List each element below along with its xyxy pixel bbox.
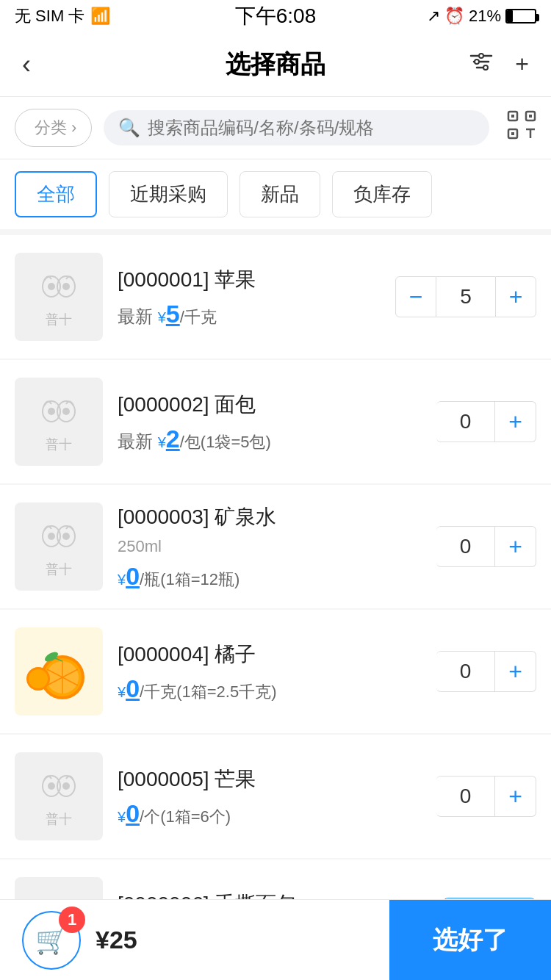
list-item: [0000004] 橘子 ¥0/千克(1箱=2.5千克) +	[0, 610, 551, 733]
product-name: [0000003] 矿泉水	[118, 503, 422, 531]
list-item: 普十 [0000001] 苹果 最新 ¥5/千克 − +	[0, 235, 551, 359]
svg-point-24	[48, 533, 55, 540]
tab-all[interactable]: 全部	[15, 171, 97, 217]
confirm-button[interactable]: 选好了	[389, 900, 551, 981]
quantity-input[interactable]	[436, 276, 495, 317]
price-label: 最新	[118, 431, 153, 451]
back-button[interactable]: ‹	[22, 49, 54, 80]
svg-point-3	[479, 54, 483, 58]
wifi-icon: 📶	[90, 7, 110, 26]
svg-point-21	[62, 408, 70, 415]
list-item: 普十 [0000003] 矿泉水 250ml ¥0/瓶(1箱=12瓶) +	[0, 485, 551, 608]
carrier-text: 无 SIM 卡	[15, 5, 84, 27]
quantity-input[interactable]	[436, 401, 495, 442]
product-name: [0000004] 橘子	[118, 641, 422, 669]
product-name: [0000002] 面包	[118, 391, 422, 419]
quantity-input[interactable]	[436, 526, 495, 567]
svg-rect-9	[511, 115, 514, 118]
status-right: ↗ ⏰ 21%	[427, 7, 536, 26]
list-item: 普十 [0000002] 面包 最新 ¥2/包(1袋=5包) +	[0, 360, 551, 483]
brand-label: 普十	[46, 810, 72, 828]
cart-badge: 1	[59, 907, 85, 933]
currency-symbol: ¥	[118, 809, 126, 825]
tab-negative[interactable]: 负库存	[332, 171, 432, 217]
bottom-bar: 🛒 1 ¥25 选好了	[0, 899, 551, 980]
owl-placeholder: 普十	[37, 391, 81, 453]
price-value: 0	[126, 799, 140, 827]
decrease-button[interactable]: −	[395, 276, 436, 317]
filter-bar: 分类 › 🔍	[0, 97, 551, 159]
svg-point-39	[62, 782, 70, 790]
svg-point-17	[62, 283, 70, 290]
orange-image	[22, 635, 96, 708]
quantity-control: +	[436, 526, 536, 567]
product-info: [0000004] 橘子 ¥0/千克(1箱=2.5千克)	[118, 641, 422, 703]
cart-section: 🛒 1 ¥25	[0, 911, 389, 970]
scan-icon[interactable]	[507, 110, 536, 145]
owl-placeholder: 普十	[37, 765, 81, 828]
add-product-icon[interactable]: +	[515, 51, 529, 78]
svg-rect-11	[511, 132, 514, 135]
cart-button[interactable]: 🛒 1	[22, 911, 81, 970]
cart-total: ¥25	[96, 926, 137, 954]
product-info: [0000003] 矿泉水 250ml ¥0/瓶(1箱=12瓶)	[118, 503, 422, 591]
increase-button[interactable]: +	[495, 776, 536, 817]
price-unit: /瓶(1箱=12瓶)	[140, 570, 240, 588]
product-price: 最新 ¥5/千克	[118, 300, 381, 328]
price-unit: /个(1箱=6个)	[140, 807, 231, 826]
increase-button[interactable]: +	[495, 651, 536, 692]
search-box: 🔍	[104, 110, 489, 145]
svg-point-5	[483, 65, 488, 70]
filter-icon[interactable]	[469, 51, 493, 78]
page-title: 选择商品	[226, 48, 325, 82]
product-thumbnail: 普十	[15, 752, 103, 840]
product-info: [0000002] 面包 最新 ¥2/包(1袋=5包)	[118, 391, 422, 453]
search-icon: 🔍	[118, 118, 140, 138]
product-price: ¥0/个(1箱=6个)	[118, 799, 422, 828]
battery-icon	[505, 9, 536, 24]
owl-icon	[37, 266, 81, 308]
product-price: ¥0/千克(1箱=2.5千克)	[118, 674, 422, 703]
price-value: 0	[126, 562, 140, 590]
owl-placeholder: 普十	[37, 516, 81, 578]
svg-point-38	[48, 782, 55, 790]
price-label: 最新	[118, 306, 153, 326]
price-unit: /千克(1箱=2.5千克)	[140, 682, 276, 701]
quantity-input[interactable]	[436, 651, 495, 692]
location-icon: ↗	[427, 7, 440, 26]
quantity-input[interactable]	[436, 776, 495, 817]
brand-label: 普十	[46, 436, 72, 453]
status-bar: 无 SIM 卡 📶 下午6:08 ↗ ⏰ 21%	[0, 0, 551, 32]
svg-point-25	[62, 533, 70, 540]
price-value: 0	[126, 674, 140, 702]
tab-bar: 全部 近期采购 新品 负库存	[0, 159, 551, 235]
brand-label: 普十	[46, 311, 72, 328]
search-input[interactable]	[148, 118, 475, 138]
category-button[interactable]: 分类 ›	[15, 109, 92, 147]
status-left: 无 SIM 卡 📶	[15, 5, 110, 27]
quantity-control: +	[436, 401, 536, 442]
price-unit: /千克	[180, 308, 217, 326]
owl-icon	[37, 765, 81, 807]
svg-point-4	[475, 60, 479, 64]
increase-button[interactable]: +	[495, 526, 536, 567]
brand-label: 普十	[46, 561, 72, 578]
product-price: ¥0/瓶(1箱=12瓶)	[118, 562, 422, 591]
increase-button[interactable]: +	[495, 401, 536, 442]
product-spec: 250ml	[118, 537, 422, 556]
tab-recent[interactable]: 近期采购	[109, 171, 228, 217]
price-value: 2	[166, 425, 180, 453]
quantity-control: − +	[395, 276, 536, 317]
product-info: [0000001] 苹果 最新 ¥5/千克	[118, 266, 381, 328]
owl-placeholder: 普十	[37, 266, 81, 328]
tab-new[interactable]: 新品	[240, 171, 320, 217]
quantity-control: +	[436, 776, 536, 817]
product-info: [0000005] 芒果 ¥0/个(1箱=6个)	[118, 765, 422, 828]
currency-symbol: ¥	[118, 572, 126, 588]
increase-button[interactable]: +	[495, 276, 536, 317]
nav-bar: ‹ 选择商品 +	[0, 32, 551, 97]
list-item: 普十 [0000005] 芒果 ¥0/个(1箱=6个) +	[0, 735, 551, 858]
currency-symbol: ¥	[158, 309, 166, 325]
nav-right-actions: +	[469, 51, 529, 78]
product-name: [0000001] 苹果	[118, 266, 381, 294]
